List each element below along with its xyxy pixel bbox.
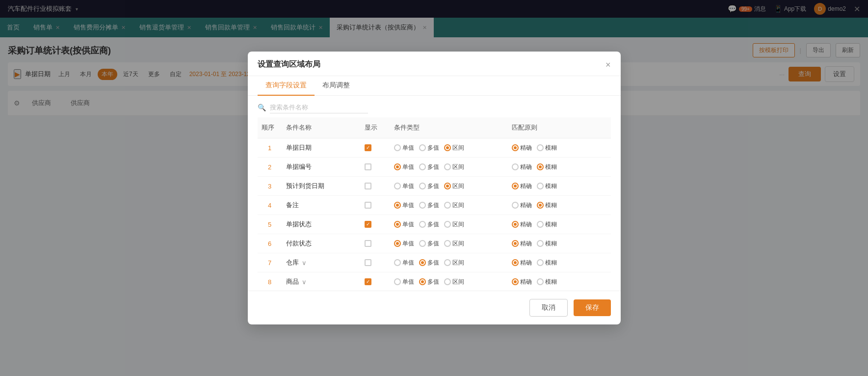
match-fuzzy[interactable]: 模糊 — [537, 220, 557, 229]
header-display: 显示 — [361, 121, 390, 134]
row-display — [361, 161, 390, 172]
type-single[interactable]: 单值 — [394, 240, 414, 248]
display-checkbox[interactable] — [365, 183, 371, 189]
match-fuzzy[interactable]: 模糊 — [537, 240, 557, 248]
match-fuzzy[interactable]: 模糊 — [537, 182, 557, 190]
type-single[interactable]: 单值 — [394, 182, 414, 190]
match-fuzzy[interactable]: 模糊 — [537, 163, 557, 171]
type-range[interactable]: 区间 — [444, 259, 464, 267]
radio-icon — [444, 144, 451, 151]
type-multi[interactable]: 多值 — [419, 278, 439, 286]
row-match: 精确 模糊 — [508, 180, 606, 192]
type-range[interactable]: 区间 — [444, 182, 464, 190]
type-radio-group: 单值 多值 区间 — [394, 240, 464, 248]
radio-icon — [394, 144, 401, 151]
row-order: 1 — [258, 142, 282, 154]
type-single[interactable]: 单值 — [394, 201, 414, 210]
type-range[interactable]: 区间 — [444, 201, 464, 210]
row-type: 单值 多值 区间 — [390, 218, 508, 231]
row-match: 精确 模糊 — [508, 218, 606, 231]
dialog-header: 设置查询区域布局 × — [248, 52, 621, 76]
type-multi[interactable]: 多值 — [419, 201, 439, 210]
row-name: 付款状态 — [282, 237, 361, 250]
match-exact[interactable]: 精确 — [512, 259, 532, 267]
radio-icon — [419, 163, 426, 170]
type-radio-group: 单值 多值 区间 — [394, 144, 464, 152]
radio-icon — [419, 221, 426, 228]
dialog-footer: 取消 保存 — [248, 291, 621, 324]
type-range[interactable]: 区间 — [444, 240, 464, 248]
display-checkbox[interactable] — [365, 144, 371, 151]
type-range[interactable]: 区间 — [444, 278, 464, 286]
radio-icon — [444, 183, 451, 189]
type-range[interactable]: 区间 — [444, 144, 464, 152]
type-single[interactable]: 单值 — [394, 259, 414, 267]
type-single[interactable]: 单值 — [394, 278, 414, 286]
table-row: 5 单据状态 单值 多值 区间 精确 — [258, 215, 611, 234]
dialog-tabs: 查询字段设置 布局调整 — [248, 76, 621, 96]
table-row: 1 单据日期 单值 多值 区间 精确 — [258, 138, 611, 158]
header-name: 条件名称 — [282, 121, 361, 134]
row-order: 8 — [258, 276, 282, 288]
match-exact[interactable]: 精确 — [512, 278, 532, 286]
type-multi[interactable]: 多值 — [419, 220, 439, 229]
row-display — [361, 181, 390, 191]
type-radio-group: 单值 多值 区间 — [394, 220, 464, 229]
header-type: 条件类型 — [390, 121, 508, 134]
match-fuzzy[interactable]: 模糊 — [537, 259, 557, 267]
match-exact[interactable]: 精确 — [512, 144, 532, 152]
dialog-tab-query-fields[interactable]: 查询字段设置 — [258, 76, 315, 96]
type-radio-group: 单值 多值 区间 — [394, 278, 464, 286]
radio-icon — [537, 221, 544, 228]
table-row: 4 备注 单值 多值 区间 精确 — [258, 196, 611, 215]
type-multi[interactable]: 多值 — [419, 182, 439, 190]
radio-icon — [512, 163, 519, 170]
display-checkbox[interactable] — [365, 278, 371, 285]
match-exact[interactable]: 精确 — [512, 220, 532, 229]
type-multi[interactable]: 多值 — [419, 144, 439, 152]
type-single[interactable]: 单值 — [394, 220, 414, 229]
search-input[interactable] — [270, 102, 368, 113]
match-fuzzy[interactable]: 模糊 — [537, 278, 557, 286]
dialog-close-button[interactable]: × — [605, 60, 611, 69]
match-exact[interactable]: 精确 — [512, 163, 532, 171]
row-type: 单值 多值 区间 — [390, 199, 508, 212]
row-order: 5 — [258, 219, 282, 230]
display-checkbox[interactable] — [365, 163, 371, 170]
match-radio-group: 精确 模糊 — [512, 240, 557, 248]
type-single[interactable]: 单值 — [394, 144, 414, 152]
match-fuzzy[interactable]: 模糊 — [537, 201, 557, 210]
match-exact[interactable]: 精确 — [512, 201, 532, 210]
row-order: 7 — [258, 257, 282, 269]
type-range[interactable]: 区间 — [444, 220, 464, 229]
radio-icon — [419, 278, 426, 285]
match-exact[interactable]: 精确 — [512, 240, 532, 248]
save-button[interactable]: 保存 — [574, 299, 611, 316]
dialog-tab-layout[interactable]: 布局调整 — [315, 76, 358, 96]
header-match: 匹配原则 — [508, 121, 606, 134]
type-multi[interactable]: 多值 — [419, 240, 439, 248]
row-type: 单值 多值 区间 — [390, 276, 508, 288]
type-multi[interactable]: 多值 — [419, 163, 439, 171]
radio-icon — [394, 183, 401, 189]
display-checkbox[interactable] — [365, 259, 371, 266]
radio-icon — [444, 202, 451, 209]
dialog-search: 🔍 — [248, 96, 621, 117]
row-match: 精确 模糊 — [508, 199, 606, 212]
display-checkbox[interactable] — [365, 202, 371, 209]
row-match: 精确 模糊 — [508, 238, 606, 250]
type-range[interactable]: 区间 — [444, 163, 464, 171]
display-checkbox[interactable] — [365, 221, 371, 228]
cancel-button[interactable]: 取消 — [529, 299, 568, 317]
radio-icon — [512, 278, 519, 285]
dialog: 设置查询区域布局 × 查询字段设置 布局调整 🔍 顺序 条件名称 显示 条件类型… — [248, 52, 621, 324]
display-checkbox[interactable] — [365, 240, 371, 247]
match-fuzzy[interactable]: 模糊 — [537, 144, 557, 152]
match-exact[interactable]: 精确 — [512, 182, 532, 190]
type-multi[interactable]: 多值 — [419, 259, 439, 267]
radio-icon — [394, 240, 401, 247]
radio-icon — [512, 221, 519, 228]
type-radio-group: 单值 多值 区间 — [394, 259, 464, 267]
type-radio-group: 单值 多值 区间 — [394, 182, 464, 190]
type-single[interactable]: 单值 — [394, 163, 414, 171]
